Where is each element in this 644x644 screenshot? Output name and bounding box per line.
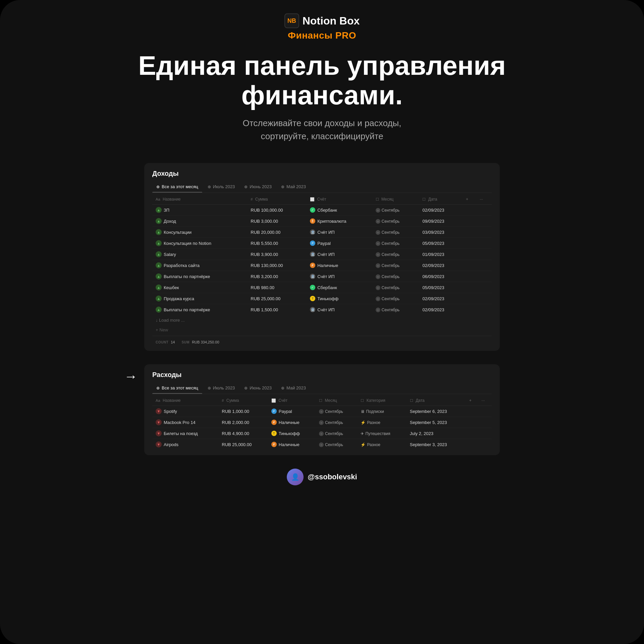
income-row-date: 02/09/2023 xyxy=(419,260,463,271)
month-dot: ○ xyxy=(376,263,380,268)
income-row-month: ○ Сентябрь xyxy=(372,227,419,238)
expense-row-account: T Тинькофф xyxy=(268,428,316,439)
expense-row-month: ○ Сентябрь xyxy=(316,428,357,439)
expense-tab-may[interactable]: ⊕ Май 2023 xyxy=(277,383,310,394)
income-row-amount: RUB 3,200.00 xyxy=(247,271,307,282)
category-icon: ⚡ xyxy=(361,420,366,425)
hero-subtitle: Отслеживайте свои доходы и расходы,сорти… xyxy=(243,117,401,143)
income-tab-july[interactable]: ⊕ Июль 2023 xyxy=(204,182,239,193)
expense-row-date: July 2, 2023 xyxy=(407,428,466,439)
income-table: Аа Название # Сумма ⬜ Счёт ☐ Месяц ☐ Дат… xyxy=(152,194,492,315)
income-row-amount: RUB 25,000.00 xyxy=(247,293,307,304)
expense-row-date: September 5, 2023 xyxy=(407,417,466,428)
income-count: COUNT 14 xyxy=(156,340,175,344)
expense-tab-june[interactable]: ⊕ Июнь 2023 xyxy=(240,383,276,394)
profile-handle: @ssobolevski xyxy=(308,473,357,481)
income-icon: ▲ xyxy=(156,251,162,257)
income-load-more[interactable]: ↓ Load more ... xyxy=(152,315,492,325)
exp-tab-clock4-icon: ⊕ xyxy=(281,386,284,390)
income-row-amount: RUB 1,500.00 xyxy=(247,304,307,315)
account-dot: P xyxy=(271,409,277,414)
expense-row-amount: RUB 2,000.00 xyxy=(218,417,268,428)
income-row-name: ▲ Salary xyxy=(152,249,247,260)
bottom-profile: 👤 @ssobolevski xyxy=(287,469,357,485)
income-row-date: 02/09/2023 xyxy=(419,205,463,216)
expense-col-account: ⬜ Счёт xyxy=(268,395,316,406)
table-row: ▲ Выплаты по партнёрке RUB 3,200.00 🏦 Сч… xyxy=(152,271,492,282)
expense-icon: ▼ xyxy=(156,430,162,436)
income-col-dots[interactable]: ··· xyxy=(476,194,492,205)
income-row-name: ▲ Консультации xyxy=(152,227,247,238)
table-row: ▲ Выплаты по партнёрке RUB 1,500.00 🏦 Сч… xyxy=(152,304,492,315)
income-row-amount: RUB 980.00 xyxy=(247,282,307,293)
expense-col-plus[interactable]: + xyxy=(466,395,478,406)
expense-row-amount: RUB 1,000.00 xyxy=(218,406,268,417)
month-dot: ○ xyxy=(319,442,324,447)
logo-text: Notion Box xyxy=(303,15,360,27)
account-dot: ₽ xyxy=(271,442,277,447)
income-title: Доходы xyxy=(152,170,492,177)
income-row-month: ○ Сентябрь xyxy=(372,205,419,216)
income-row-account: T Тинькофф xyxy=(307,293,372,304)
expense-row-category: ⚡ Разное xyxy=(357,439,406,450)
tab-clock2-icon: ⊕ xyxy=(208,184,211,189)
income-footer: COUNT 14 SUM RUB 334,250.00 xyxy=(152,336,492,345)
income-row-month: ○ Сентябрь xyxy=(372,216,419,227)
month-dot: ○ xyxy=(376,297,380,301)
month-dot: ○ xyxy=(376,274,380,279)
income-col-month: ☐ Месяц xyxy=(372,194,419,205)
income-row-month: ○ Сентябрь xyxy=(372,304,419,315)
account-dot: ₿ xyxy=(310,218,315,224)
income-new-row[interactable]: + New xyxy=(152,325,492,334)
expense-tab-july[interactable]: ⊕ Июль 2023 xyxy=(204,383,239,394)
income-row-month: ○ Сентябрь xyxy=(372,271,419,282)
expense-row-category: ✈ Путешествия xyxy=(357,428,406,439)
income-col-plus[interactable]: + xyxy=(463,194,476,205)
expense-col-amount: # Сумма xyxy=(218,395,268,406)
income-col-account: ⬜ Счёт xyxy=(307,194,372,205)
expense-table: Аа Название # Сумма ⬜ Счёт ☐ Месяц ☐ Кат… xyxy=(152,395,492,450)
expense-icon: ▼ xyxy=(156,408,162,414)
table-row: ▲ Продажа курса RUB 25,000.00 T Тинькофф… xyxy=(152,293,492,304)
income-col-date: ☐ Дата xyxy=(419,194,463,205)
table-row: ▲ ЗП RUB 100,000.00 ✓ Сбербанк ○ Сентябр… xyxy=(152,205,492,216)
product-name: Финансы PRO xyxy=(288,30,356,41)
income-row-name: ▲ Выплаты по партнёрке xyxy=(152,271,247,282)
income-icon: ▲ xyxy=(156,273,162,279)
expense-row-month: ○ Сентябрь xyxy=(316,406,357,417)
income-row-name: ▲ ЗП xyxy=(152,205,247,216)
exp-tab-clock2-icon: ⊕ xyxy=(208,386,211,390)
income-row-account: P Paypal xyxy=(307,238,372,249)
table-row: ▲ Консультация по Notion RUB 5,550.00 P … xyxy=(152,238,492,249)
income-row-month: ○ Сентябрь xyxy=(372,282,419,293)
account-dot: ₽ xyxy=(271,420,277,425)
expense-title: Расходы xyxy=(152,371,492,379)
income-tab-june[interactable]: ⊕ Июнь 2023 xyxy=(240,182,276,193)
expense-tab-all[interactable]: ⊕ Все за этот месяц xyxy=(152,383,202,394)
table-row: ▲ Доход RUB 3,000.00 ₿ Криптовалюта ○ Се… xyxy=(152,216,492,227)
expense-row-name: ▼ Airpods xyxy=(152,439,218,450)
table-row: ▼ Spotify RUB 1,000.00 P Paypal ○ Сентяб… xyxy=(152,406,492,417)
category-icon: ✈ xyxy=(361,431,364,436)
month-dot: ○ xyxy=(376,285,380,290)
month-dot: ○ xyxy=(376,252,380,257)
income-tab-all[interactable]: ⊕ Все за этот месяц xyxy=(152,182,202,193)
table-row: ▲ Кешбек RUB 980.00 ✓ Сбербанк ○ Сентябр… xyxy=(152,282,492,293)
hero-title: Единая панель управления финансами. xyxy=(138,51,506,110)
income-row-account: ✓ Сбербанк xyxy=(307,282,372,293)
income-row-month: ○ Сентябрь xyxy=(372,293,419,304)
month-dot: ○ xyxy=(376,241,380,246)
logo-row: NB Notion Box xyxy=(284,13,360,28)
expense-col-dots[interactable]: ··· xyxy=(478,395,492,406)
expense-row-account: ₽ Наличные xyxy=(268,417,316,428)
account-dot: T xyxy=(271,431,277,436)
expense-row-name: ▼ Spotify xyxy=(152,406,218,417)
account-dot: 🏦 xyxy=(310,274,315,279)
account-dot: T xyxy=(310,296,315,301)
expense-row-name: ▼ Билеты на поезд xyxy=(152,428,218,439)
income-tab-may[interactable]: ⊕ Май 2023 xyxy=(277,182,310,193)
income-row-name: ▲ Кешбек xyxy=(152,282,247,293)
income-icon: ▲ xyxy=(156,240,162,246)
arrow-indicator: → xyxy=(124,369,138,384)
account-dot: 🏦 xyxy=(310,229,315,235)
